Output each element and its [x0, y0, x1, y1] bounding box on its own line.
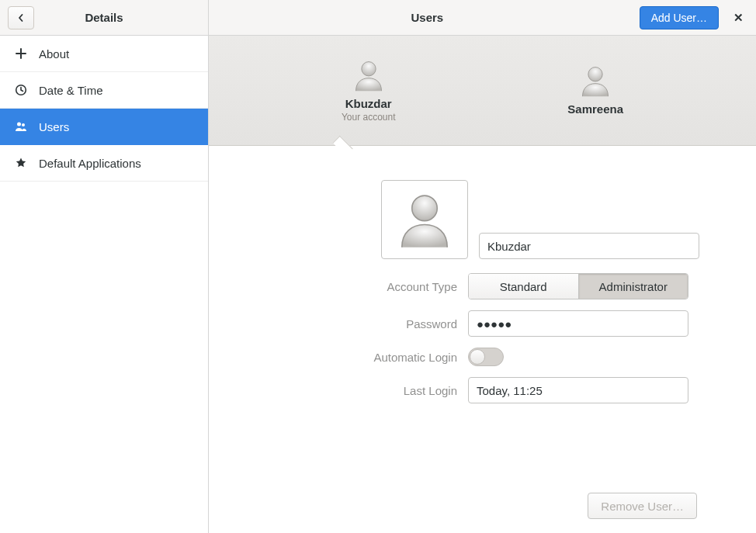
- user-card-kbuzdar[interactable]: Kbuzdar Your account: [342, 58, 396, 123]
- close-icon: ✕: [733, 11, 744, 25]
- clock-icon: [14, 83, 28, 97]
- account-type-standard[interactable]: Standard: [469, 274, 579, 299]
- svg-point-4: [588, 67, 602, 81]
- avatar-icon: [394, 189, 455, 250]
- main-pane: Users Add User… ✕ Kbuzdar Your account S…: [209, 0, 756, 533]
- bottom-bar: Remove User…: [255, 480, 709, 533]
- password-value: ●●●●●: [477, 317, 512, 331]
- switch-knob: [470, 349, 485, 365]
- account-type-label: Account Type: [255, 280, 457, 293]
- sidebar-item-label: Default Applications: [39, 157, 141, 170]
- sidebar-item-default-apps[interactable]: Default Applications: [0, 145, 208, 182]
- full-name-field[interactable]: Kbuzdar: [479, 233, 699, 259]
- user-name: Samreena: [567, 102, 623, 116]
- user-form: Kbuzdar Account Type Standard Administra…: [209, 146, 756, 533]
- chevron-left-icon: [17, 14, 25, 22]
- user-name: Kbuzdar: [342, 97, 396, 110]
- full-name-value: Kbuzdar: [487, 240, 531, 253]
- auto-login-label: Automatic Login: [255, 351, 457, 364]
- auto-login-switch[interactable]: [468, 348, 504, 366]
- password-field[interactable]: ●●●●●: [468, 310, 688, 337]
- sidebar-title: Details: [34, 11, 208, 24]
- close-button[interactable]: ✕: [727, 6, 750, 29]
- main-header: Users Add User… ✕: [209, 0, 756, 36]
- page-title: Users: [215, 11, 640, 24]
- account-type-administrator[interactable]: Administrator: [579, 274, 688, 299]
- avatar-icon: [352, 58, 386, 92]
- sidebar-item-label: Users: [39, 120, 69, 133]
- add-user-button[interactable]: Add User…: [640, 6, 719, 29]
- sidebar-items: About Date & Time Users Default Applicat…: [0, 36, 208, 533]
- password-label: Password: [255, 317, 457, 331]
- avatar-picker[interactable]: [381, 180, 468, 259]
- sidebar-item-about[interactable]: About: [0, 36, 208, 72]
- svg-point-1: [17, 123, 21, 126]
- sidebar-item-datetime[interactable]: Date & Time: [0, 72, 208, 109]
- user-strip: Kbuzdar Your account Samreena: [209, 36, 756, 146]
- svg-point-5: [412, 196, 438, 221]
- account-type-segmented: Standard Administrator: [468, 273, 688, 299]
- remove-user-button[interactable]: Remove User…: [588, 493, 697, 519]
- last-login-value: Today, 11:25: [477, 384, 543, 397]
- last-login-field[interactable]: Today, 11:25: [468, 377, 688, 403]
- user-subtitle: Your account: [342, 112, 396, 123]
- back-button[interactable]: [8, 6, 34, 29]
- plus-icon: [14, 47, 28, 61]
- sidebar-item-label: Date & Time: [39, 84, 103, 97]
- user-card-samreena[interactable]: Samreena: [567, 64, 623, 117]
- last-login-label: Last Login: [255, 384, 457, 397]
- sidebar: Details About Date & Time Users Default …: [0, 0, 209, 533]
- star-icon: [14, 156, 28, 170]
- sidebar-item-users[interactable]: Users: [0, 109, 208, 145]
- svg-point-2: [22, 123, 25, 126]
- svg-point-3: [362, 62, 376, 76]
- sidebar-header: Details: [0, 0, 208, 36]
- sidebar-item-label: About: [39, 47, 69, 61]
- users-icon: [14, 119, 28, 133]
- avatar-icon: [578, 64, 612, 98]
